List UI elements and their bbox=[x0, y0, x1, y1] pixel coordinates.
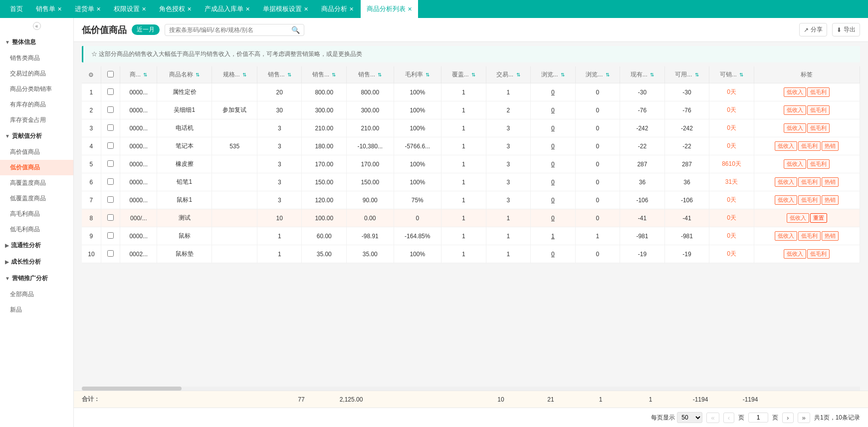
cell-browse1[interactable]: 0 bbox=[531, 173, 576, 191]
first-page-button[interactable]: « bbox=[706, 413, 719, 423]
search-icon[interactable]: 🔍 bbox=[291, 26, 300, 34]
col-gross[interactable]: 毛利率 ⇅ bbox=[394, 66, 441, 83]
sidebar-group-growth[interactable]: ▶ 成长性分析 bbox=[0, 254, 73, 270]
page-number-input[interactable] bbox=[748, 413, 768, 423]
scrollbar-thumb[interactable] bbox=[82, 387, 182, 391]
nav-close-product-analysis-list[interactable]: ✕ bbox=[408, 6, 412, 12]
browse-link[interactable]: 0 bbox=[551, 251, 555, 258]
sidebar-item-stocked-products[interactable]: 有库存的商品 bbox=[0, 97, 73, 112]
sidebar-group-flow[interactable]: ▶ 流通性分析 bbox=[0, 237, 73, 254]
last-page-button[interactable]: » bbox=[798, 413, 810, 423]
sidebar-group-marketing[interactable]: ▼ 营销推广分析 bbox=[0, 270, 73, 287]
col-code[interactable]: 商... ⇅ bbox=[120, 66, 157, 83]
cell-checkbox[interactable] bbox=[101, 245, 120, 263]
sidebar-item-low-margin[interactable]: 低毛利商品 bbox=[0, 222, 73, 237]
browse-link[interactable]: 0 bbox=[551, 125, 555, 132]
nav-home[interactable]: 首页 bbox=[4, 0, 29, 18]
col-spec[interactable]: 规格... ⇅ bbox=[212, 66, 257, 83]
col-stock[interactable]: 现有... ⇅ bbox=[620, 66, 665, 83]
share-button[interactable]: ↗ 分享 bbox=[799, 23, 827, 36]
browse-link[interactable]: 0 bbox=[551, 107, 555, 114]
row-checkbox[interactable] bbox=[107, 124, 114, 131]
browse-link[interactable]: 0 bbox=[551, 197, 555, 204]
col-settings[interactable]: ⚙ bbox=[82, 66, 101, 83]
cell-browse1[interactable]: 0 bbox=[531, 119, 576, 137]
next-page-button[interactable]: › bbox=[782, 413, 793, 423]
nav-purchase[interactable]: 进货单 ✕ bbox=[69, 0, 107, 18]
cell-browse1[interactable]: 0 bbox=[531, 155, 576, 173]
nav-product-analysis[interactable]: 商品分析 ✕ bbox=[315, 0, 360, 18]
cell-checkbox[interactable] bbox=[101, 173, 120, 191]
sidebar-group-overall[interactable]: ▼ 整体信息 bbox=[0, 34, 73, 50]
cell-browse1[interactable]: 0 bbox=[531, 245, 576, 263]
nav-permission[interactable]: 权限设置 ✕ bbox=[108, 0, 152, 18]
sidebar-item-low-value[interactable]: 低价值商品 bbox=[0, 160, 73, 175]
row-checkbox[interactable] bbox=[107, 250, 114, 257]
select-all-checkbox[interactable] bbox=[107, 71, 114, 77]
cell-browse1[interactable]: 1 bbox=[531, 227, 576, 245]
browse-link[interactable]: 0 bbox=[551, 215, 555, 222]
sidebar-item-high-coverage[interactable]: 高覆盖度商品 bbox=[0, 175, 73, 191]
cell-checkbox[interactable] bbox=[101, 209, 120, 227]
col-sale1[interactable]: 销售... ⇅ bbox=[302, 66, 347, 83]
col-browse2[interactable]: 浏览... ⇅ bbox=[575, 66, 620, 83]
cell-browse1[interactable]: 0 bbox=[531, 83, 576, 101]
col-sale2[interactable]: 销售... ⇅ bbox=[347, 66, 394, 83]
sidebar-item-high-margin[interactable]: 高毛利商品 bbox=[0, 206, 73, 222]
sidebar-item-new-products[interactable]: 新品 bbox=[0, 302, 73, 318]
cell-checkbox[interactable] bbox=[101, 137, 120, 155]
cell-checkbox[interactable] bbox=[101, 191, 120, 209]
nav-sales[interactable]: 销售单 ✕ bbox=[30, 0, 68, 18]
cell-browse1[interactable]: 0 bbox=[531, 209, 576, 227]
browse-link[interactable]: 1 bbox=[551, 233, 555, 240]
cell-browse1[interactable]: 0 bbox=[531, 137, 576, 155]
horizontal-scrollbar[interactable] bbox=[82, 387, 860, 391]
browse-link[interactable]: 0 bbox=[551, 161, 555, 168]
row-checkbox[interactable] bbox=[107, 88, 114, 95]
nav-product-analysis-list[interactable]: 商品分析列表 ✕ bbox=[361, 0, 418, 18]
row-checkbox[interactable] bbox=[107, 232, 114, 239]
search-input[interactable] bbox=[169, 26, 291, 33]
sidebar-item-stock-funds[interactable]: 库存资金占用 bbox=[0, 112, 73, 128]
nav-role-auth[interactable]: 角色授权 ✕ bbox=[153, 0, 198, 18]
cell-checkbox[interactable] bbox=[101, 227, 120, 245]
sidebar-item-sales-products[interactable]: 销售类商品 bbox=[0, 50, 73, 66]
sidebar-item-low-coverage[interactable]: 低覆盖度商品 bbox=[0, 191, 73, 206]
sidebar-collapse-button[interactable]: « bbox=[33, 22, 41, 30]
cell-browse1[interactable]: 0 bbox=[531, 101, 576, 119]
row-checkbox[interactable] bbox=[107, 178, 114, 185]
nav-close-template-settings[interactable]: ✕ bbox=[304, 6, 308, 12]
cell-checkbox[interactable] bbox=[101, 155, 120, 173]
row-checkbox[interactable] bbox=[107, 160, 114, 167]
nav-close-permission[interactable]: ✕ bbox=[142, 6, 146, 12]
sidebar-item-high-value[interactable]: 高价值商品 bbox=[0, 144, 73, 160]
cell-checkbox[interactable] bbox=[101, 119, 120, 137]
settings-icon[interactable]: ⚙ bbox=[88, 71, 94, 78]
prev-page-button[interactable]: ‹ bbox=[723, 413, 734, 423]
row-checkbox[interactable] bbox=[107, 214, 114, 221]
nav-template-settings[interactable]: 单据模板设置 ✕ bbox=[257, 0, 314, 18]
browse-link[interactable]: 0 bbox=[551, 89, 555, 96]
nav-close-finished-goods[interactable]: ✕ bbox=[245, 6, 250, 12]
col-cover[interactable]: 覆盖... ⇅ bbox=[441, 66, 486, 83]
browse-link[interactable]: 0 bbox=[551, 179, 555, 186]
col-qty[interactable]: 销售... ⇅ bbox=[257, 66, 302, 83]
col-avail[interactable]: 可用... ⇅ bbox=[664, 66, 709, 83]
page-size-select[interactable]: 50 100 bbox=[677, 412, 702, 423]
col-browse1[interactable]: 浏览... ⇅ bbox=[531, 66, 576, 83]
cell-checkbox[interactable] bbox=[101, 101, 120, 119]
nav-close-purchase[interactable]: ✕ bbox=[96, 6, 101, 12]
sidebar-item-traded-products[interactable]: 交易过的商品 bbox=[0, 66, 73, 81]
time-filter-button[interactable]: 近一月 bbox=[132, 24, 160, 35]
browse-link[interactable]: 0 bbox=[551, 143, 555, 150]
col-days[interactable]: 可销... ⇅ bbox=[709, 66, 754, 83]
row-checkbox[interactable] bbox=[107, 106, 114, 113]
export-button[interactable]: ⬇ 导出 bbox=[832, 23, 860, 36]
col-name[interactable]: 商品名称 ⇅ bbox=[157, 66, 212, 83]
sidebar-group-contribution[interactable]: ▼ 贡献值分析 bbox=[0, 128, 73, 144]
sidebar-item-category-rate[interactable]: 商品分类助销率 bbox=[0, 81, 73, 97]
col-checkbox[interactable] bbox=[101, 66, 120, 83]
row-checkbox[interactable] bbox=[107, 142, 114, 149]
nav-close-role-auth[interactable]: ✕ bbox=[187, 6, 192, 12]
nav-finished-goods[interactable]: 产成品入库单 ✕ bbox=[199, 0, 256, 18]
